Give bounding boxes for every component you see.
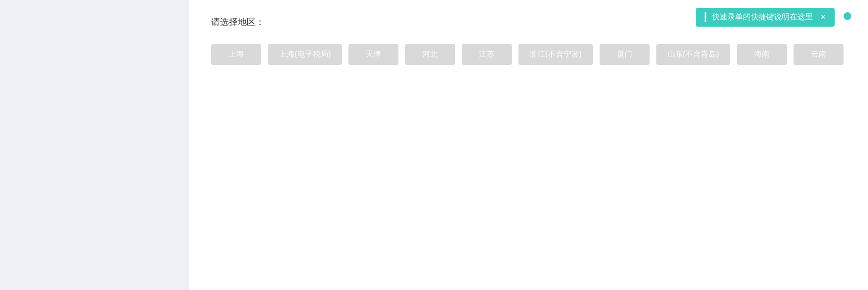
region-button-jiangsu[interactable]: 江苏 [462, 44, 512, 65]
region-buttons: 上海上海(电子税局)天津河北江苏浙江(不含宁波)厦门山东(不含青岛)海南云南 [211, 44, 846, 65]
tooltip-close-button[interactable]: × [821, 13, 826, 22]
tooltip-dot [844, 12, 851, 20]
region-button-shanghai[interactable]: 上海 [211, 44, 261, 65]
main-content: 请选择地区： 上海上海(电子税局)天津河北江苏浙江(不含宁波)厦门山东(不含青岛… [189, 0, 868, 290]
region-button-hainan[interactable]: 海南 [737, 44, 787, 65]
region-button-shanghai-etax[interactable]: 上海(电子税局) [268, 44, 342, 65]
tooltip-text: 快速录单的快捷键说明在这里 [712, 12, 813, 22]
region-button-shandong[interactable]: 山东(不含青岛) [656, 44, 730, 65]
region-button-hebei[interactable]: 河北 [405, 44, 455, 65]
sidebar [0, 0, 189, 290]
region-button-tianjin[interactable]: 天津 [348, 44, 398, 65]
region-button-zhejiang[interactable]: 浙江(不含宁波) [518, 44, 592, 65]
tooltip-banner: 快速录单的快捷键说明在这里 × [696, 8, 835, 27]
region-button-xiamen[interactable]: 厦门 [600, 44, 650, 65]
region-button-yunnan[interactable]: 云南 [794, 44, 844, 65]
